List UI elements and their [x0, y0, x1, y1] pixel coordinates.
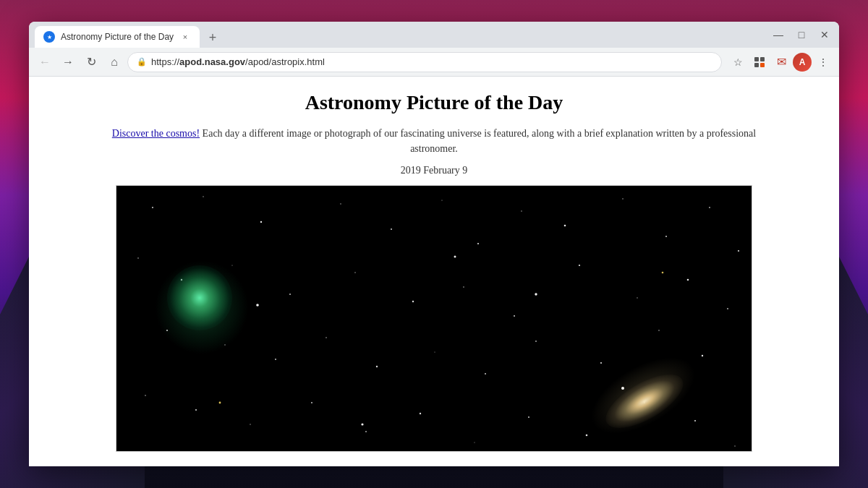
svg-point-23: [463, 286, 464, 288]
svg-point-32: [326, 337, 327, 338]
svg-point-47: [528, 416, 529, 418]
svg-point-13: [622, 198, 623, 199]
svg-point-34: [434, 351, 435, 352]
comet: [167, 265, 232, 330]
tab-container: Astronomy Picture of the Day × +: [35, 22, 770, 48]
svg-point-14: [665, 236, 667, 237]
svg-point-26: [637, 297, 637, 298]
forward-button[interactable]: →: [58, 52, 78, 72]
svg-point-12: [564, 225, 566, 227]
svg-point-6: [260, 221, 262, 223]
svg-point-22: [412, 301, 414, 302]
svg-point-67: [361, 423, 363, 425]
bookmark-icon[interactable]: ☆: [728, 52, 748, 72]
svg-point-65: [454, 256, 456, 258]
svg-point-44: [365, 431, 367, 432]
svg-point-36: [535, 341, 537, 342]
maximize-button[interactable]: □: [793, 26, 810, 43]
user-avatar[interactable]: A: [793, 53, 812, 72]
svg-point-11: [521, 210, 522, 212]
url-bar[interactable]: 🔒 https://apod.nasa.gov/apod/astropix.ht…: [127, 52, 722, 72]
svg-point-35: [485, 373, 486, 374]
svg-point-15: [709, 207, 710, 208]
svg-point-28: [727, 308, 728, 309]
tab-title: Astronomy Picture of the Day: [61, 32, 174, 42]
close-button[interactable]: ✕: [816, 26, 833, 43]
svg-rect-3: [760, 63, 765, 67]
svg-point-21: [354, 272, 355, 273]
page-description: Discover the cosmos! Each day a differen…: [109, 126, 760, 156]
lock-icon: 🔒: [137, 57, 147, 67]
extensions-icon[interactable]: [749, 52, 770, 72]
svg-point-10: [477, 243, 479, 244]
svg-point-41: [195, 409, 197, 411]
svg-point-20: [289, 294, 291, 295]
minimize-button[interactable]: —: [770, 26, 787, 43]
svg-point-69: [219, 402, 221, 404]
svg-rect-1: [760, 57, 765, 61]
page-content: Astronomy Picture of the Day Discover th…: [29, 77, 839, 466]
svg-point-33: [376, 366, 378, 367]
email-extension-icon[interactable]: ✉: [771, 52, 791, 72]
svg-point-48: [586, 435, 588, 437]
tab-favicon: [43, 31, 55, 43]
svg-point-7: [340, 203, 341, 205]
svg-point-27: [687, 279, 689, 281]
menu-icon[interactable]: ⋮: [813, 52, 833, 72]
svg-point-38: [658, 330, 660, 331]
title-bar: Astronomy Picture of the Day × + — □ ✕: [29, 22, 839, 48]
svg-point-68: [535, 293, 537, 295]
discover-cosmos-link[interactable]: Discover the cosmos!: [112, 128, 200, 139]
svg-point-16: [738, 250, 739, 252]
svg-point-70: [662, 272, 664, 274]
svg-point-24: [514, 315, 515, 317]
reload-button[interactable]: ↻: [81, 52, 101, 72]
back-button[interactable]: ←: [35, 52, 55, 72]
url-text: https://apod.nasa.gov/apod/astropix.html: [151, 56, 325, 67]
svg-point-50: [694, 420, 696, 421]
svg-point-64: [256, 304, 259, 307]
svg-point-37: [600, 362, 602, 364]
svg-point-4: [152, 207, 153, 208]
browser-tab[interactable]: Astronomy Picture of the Day ×: [35, 26, 200, 48]
svg-point-17: [137, 257, 139, 259]
window-controls: — □ ✕: [770, 26, 833, 43]
browser-window: Astronomy Picture of the Day × + — □ ✕ ←…: [29, 22, 839, 466]
toolbar-actions: ☆ ✉ A ⋮: [728, 52, 833, 72]
address-bar: ← → ↻ ⌂ 🔒 https://apod.nasa.gov/apod/ast…: [29, 48, 839, 77]
svg-point-46: [474, 442, 475, 442]
svg-point-8: [391, 228, 392, 230]
svg-rect-2: [754, 63, 759, 67]
svg-point-45: [420, 413, 421, 414]
svg-point-25: [579, 265, 580, 266]
svg-point-42: [250, 424, 250, 424]
page-title: Astronomy Picture of the Day: [305, 91, 563, 114]
home-button[interactable]: ⌂: [104, 52, 124, 72]
svg-point-9: [441, 200, 442, 200]
svg-point-31: [275, 359, 276, 360]
page-description-text: Each day a different image or photograph…: [200, 128, 756, 154]
new-tab-button[interactable]: +: [203, 27, 223, 48]
svg-point-39: [702, 355, 703, 356]
tab-close-button[interactable]: ×: [179, 31, 191, 43]
svg-point-40: [145, 395, 146, 396]
svg-point-43: [311, 402, 312, 403]
svg-rect-0: [754, 57, 759, 61]
svg-point-19: [231, 265, 232, 265]
svg-point-51: [734, 445, 735, 446]
star-field: [116, 186, 752, 451]
svg-point-5: [203, 196, 203, 197]
astronomy-image[interactable]: [116, 185, 752, 452]
page-date: 2019 February 9: [401, 165, 468, 176]
